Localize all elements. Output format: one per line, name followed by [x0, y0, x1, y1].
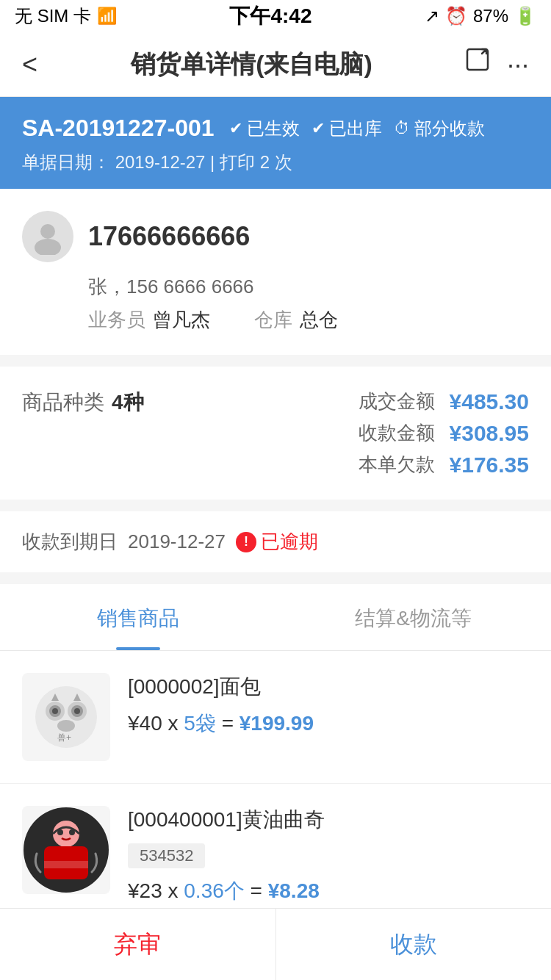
battery-icon: 🔋 — [514, 6, 536, 26]
svg-rect-17 — [44, 861, 88, 868]
product-type-count: 商品种类 4种 — [22, 389, 144, 417]
tab-settlement[interactable]: 结算&物流等 — [276, 584, 551, 650]
bottom-bar: 弃审 收款 — [0, 908, 551, 980]
stats-right: 成交金额 ¥485.30 收款金额 ¥308.95 本单欠款 ¥176.35 — [359, 389, 529, 478]
received-value: ¥308.95 — [450, 421, 529, 446]
due-date: 2019-12-27 — [128, 530, 226, 553]
location-icon: ↗ — [425, 6, 439, 26]
overdue-badge: ! 已逾期 — [236, 529, 318, 555]
nav-right: ··· — [466, 48, 529, 81]
due-label: 收款到期日 — [22, 529, 118, 555]
product-tag-2: 534532 — [128, 843, 205, 868]
more-button[interactable]: ··· — [507, 49, 529, 80]
tabs-section: 销售商品 结算&物流等 — [0, 584, 551, 651]
svg-text:兽+: 兽+ — [57, 732, 71, 743]
debt-row: 本单欠款 ¥176.35 — [359, 452, 529, 478]
svg-point-9 — [74, 708, 80, 714]
svg-rect-0 — [467, 49, 488, 70]
back-button[interactable]: < — [22, 49, 37, 80]
customer-contact: 张，156 6666 6666 — [22, 274, 529, 300]
product-thumb-1: 兽+ — [22, 673, 110, 761]
status-right: ↗ ⏰ 87% 🔋 — [425, 6, 536, 26]
svg-point-13 — [53, 821, 79, 847]
svg-point-2 — [35, 239, 61, 255]
staff-label: 业务员 — [88, 307, 145, 333]
share-button[interactable] — [466, 48, 492, 81]
carrier-text: 无 SIM 卡 — [15, 4, 91, 28]
status-badges: ✔ 已生效 ✔ 已出库 ⏱ 部分收款 — [229, 117, 485, 140]
product-name-2: [000400001]黄油曲奇 — [128, 806, 529, 834]
customer-name: 17666666666 — [88, 221, 250, 252]
badge-partial: ⏱ 部分收款 — [394, 117, 485, 140]
order-meta: 单据日期： 2019-12-27 | 打印 2 次 — [22, 151, 529, 174]
product-info-1: [0000002]面包 ¥40 x 5袋 = ¥199.99 — [128, 673, 529, 738]
avatar — [22, 211, 73, 262]
warehouse-value: 总仓 — [300, 307, 338, 333]
alarm-icon: ⏰ — [445, 6, 467, 26]
svg-point-10 — [57, 720, 75, 732]
badge-shipped: ✔ 已出库 — [311, 117, 382, 140]
svg-point-8 — [52, 708, 58, 714]
received-row: 收款金额 ¥308.95 — [359, 420, 529, 446]
svg-point-16 — [69, 829, 75, 835]
product-price-2: ¥23 x 0.36个 = ¥8.28 — [128, 877, 529, 905]
status-bar: 无 SIM 卡 📶 下午4:42 ↗ ⏰ 87% 🔋 — [0, 0, 551, 32]
stats-section: 商品种类 4种 成交金额 ¥485.30 收款金额 ¥308.95 本单欠款 ¥… — [0, 367, 551, 500]
products-section: 兽+ [0000002]面包 ¥40 x 5袋 = ¥199.99 — [0, 651, 551, 928]
svg-point-1 — [40, 224, 55, 239]
customer-section: 17666666666 张，156 6666 6666 业务员 曾凡杰 仓库 总… — [0, 189, 551, 355]
check-icon-1: ✔ — [229, 119, 242, 138]
battery-text: 87% — [473, 6, 508, 26]
order-id: SA-20191227-001 — [22, 115, 215, 142]
product-item: 兽+ [0000002]面包 ¥40 x 5袋 = ¥199.99 — [0, 651, 551, 784]
status-time: 下午4:42 — [229, 2, 311, 30]
product-name-1: [0000002]面包 — [128, 673, 529, 701]
cancel-button[interactable]: 弃审 — [0, 909, 276, 980]
product-thumb-2 — [22, 806, 110, 894]
product-info-2: [000400001]黄油曲奇 534532 ¥23 x 0.36个 = ¥8.… — [128, 806, 529, 905]
due-date-section: 收款到期日 2019-12-27 ! 已逾期 — [0, 511, 551, 572]
overdue-icon: ! — [236, 532, 256, 552]
staff-value: 曾凡杰 — [153, 307, 210, 333]
svg-point-15 — [57, 829, 63, 835]
nav-bar: < 销货单详情(来自电脑) ··· — [0, 32, 551, 97]
nav-left: < — [22, 49, 37, 80]
amount-row: 成交金额 ¥485.30 — [359, 389, 529, 414]
amount-value: ¥485.30 — [450, 389, 529, 414]
check-icon-2: ✔ — [311, 119, 325, 138]
clock-icon: ⏱ — [394, 119, 410, 138]
warehouse-label: 仓库 — [254, 307, 292, 333]
customer-staff: 业务员 曾凡杰 仓库 总仓 — [22, 307, 529, 333]
confirm-button[interactable]: 收款 — [276, 909, 552, 980]
debt-value: ¥176.35 — [450, 453, 529, 478]
page-title: 销货单详情(来自电脑) — [131, 48, 372, 82]
order-header: SA-20191227-001 ✔ 已生效 ✔ 已出库 ⏱ 部分收款 单据日期：… — [0, 97, 551, 189]
tab-products[interactable]: 销售商品 — [0, 584, 276, 650]
product-price-1: ¥40 x 5袋 = ¥199.99 — [128, 710, 529, 738]
status-left: 无 SIM 卡 📶 — [15, 4, 117, 28]
product-item-2: [000400001]黄油曲奇 534532 ¥23 x 0.36个 = ¥8.… — [0, 784, 551, 928]
wifi-icon: 📶 — [97, 7, 117, 26]
badge-effective: ✔ 已生效 — [229, 117, 300, 140]
